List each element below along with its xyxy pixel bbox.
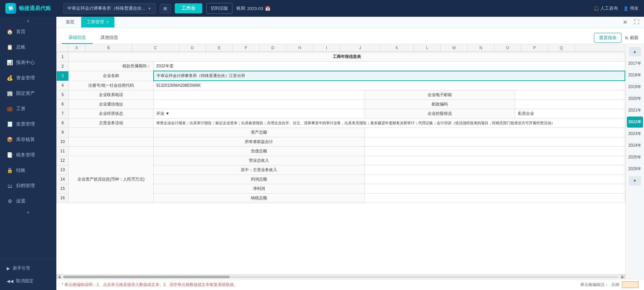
sidebar-label-finance: 资金管理 [16,75,35,81]
refresh-button[interactable]: ↻ 刷新 [625,35,639,41]
footer-right: 单元格编辑过： 示例 [580,281,639,288]
tab-business[interactable]: 工商管理 ✕ [81,17,114,27]
calendar-icon[interactable]: 📅 [265,6,270,11]
table-row: 4 注册号/统一社会信用代码 91320100MA208E5W6K [57,81,625,90]
business-value-cell[interactable]: 审查企业会计报表；出具审计报告；验证企业资本；出具验资报告；办理企业合开、分立、… [154,118,625,128]
reg-value-cell[interactable]: 91320100MA208E5W6K [154,81,625,90]
sidebar-item-settings[interactable]: ⚙ 设置 [0,194,56,209]
year-2025[interactable]: 2025年 [627,152,643,163]
sidebar-item-invoice[interactable]: 🧾 发票管理 [0,117,56,132]
year-2020[interactable]: 2020年 [627,93,643,104]
status-value-cell[interactable]: 开业 ▼ [154,109,365,118]
salary-icon: 💼 [7,106,13,112]
logo-area: 畅 畅捷通易代账 [5,3,59,14]
liabilities-group-label [69,146,154,156]
tab-home-label: 首页 [66,19,74,25]
sidebar-label-assets: 固定资产 [16,90,35,96]
sub-tab-basic[interactable]: 基础信息 [62,32,93,44]
row-num-12: 12 [57,156,69,165]
tax-icon: 📑 [7,152,13,158]
postal-value-cell[interactable] [515,99,625,109]
user-area[interactable]: 👤 用友 [623,5,639,11]
row-num-7: 7 [57,109,69,118]
year-scroll-up[interactable]: ▲ [629,47,641,56]
sidebar-item-home[interactable]: 🏠 首页 [0,24,56,40]
total-assets-value[interactable] [365,128,625,137]
year-2019[interactable]: 2019年 [627,81,643,92]
assets-icon: 🏢 [7,90,13,96]
col-header-l: L [414,44,441,52]
sidebar-item-finance[interactable]: 💰 资金管理 [0,70,56,86]
sidebar-new-guide[interactable]: ▶ 新手引导 [0,262,56,275]
col-header-b: B [85,44,132,52]
total-profit-value[interactable] [365,174,625,184]
col-header-h: H [286,44,313,52]
horizontal-scrollbar[interactable]: ◀ ▶ [56,274,625,279]
main-revenue-value[interactable] [365,165,625,174]
main-revenue-label: 其中：主营业务收入 [154,165,365,174]
tab-home[interactable]: 首页 [60,17,80,27]
year-2024[interactable]: 2024年 [627,140,643,151]
scroll-thumb[interactable] [63,276,230,278]
year-2018[interactable]: 2018年 [627,70,643,81]
email-value-cell[interactable] [515,90,625,99]
total-tax-value[interactable] [365,193,625,203]
workbench-button[interactable]: 工作台 [175,3,202,13]
total-revenue-value[interactable] [365,156,625,165]
header-right: 🎧 人工咨询 👤 用友 [594,5,639,11]
switch-version-button[interactable]: 切到旧版 [206,3,232,14]
col-header-c: C [132,44,179,52]
year-scroll-down[interactable]: ▼ [629,176,641,186]
total-equity-value[interactable] [365,137,625,146]
sidebar-item-ledger[interactable]: 📋 总账 [0,40,56,55]
net-profit-value[interactable] [365,184,625,193]
inventory-icon: 📦 [7,137,13,143]
year-2022[interactable]: 2022年 [627,117,643,128]
postal-label-cell: 邮政编码 [365,99,515,109]
sidebar-label-settings: 设置 [16,198,25,204]
tab-close-icon[interactable]: ✕ [106,20,109,24]
sidebar-item-reports[interactable]: 📊 报表中心 [0,55,56,70]
year-2017[interactable]: 2017年 [627,58,643,69]
close-panel-button[interactable]: ✕ [621,18,629,26]
sidebar-scroll-down[interactable]: ▼ [0,209,56,216]
scroll-left-arrow[interactable]: ◀ [56,275,62,279]
sidebar-item-salary[interactable]: 💼 工资 [0,101,56,117]
maximize-panel-button[interactable]: ⛶ [632,18,641,26]
company-icon-button[interactable]: ⊞ [160,4,171,13]
company-dropdown-icon: ▼ [148,7,151,10]
finance-icon: 💰 [7,75,13,81]
year-2026[interactable]: 2026年 [627,163,643,174]
company-selector[interactable]: 中审众环会计师事务所（特殊普通合伙... ▼ [63,3,156,14]
sidebar-scroll-up[interactable]: ▲ [0,17,56,24]
total-revenue-label: 营业总收入 [154,156,365,165]
business-label-cell: 主营业务活动 [69,118,154,128]
app-title: 畅捷通易代账 [19,5,51,12]
total-liabilities-label: 负债总额 [154,146,365,156]
sub-tab-other[interactable]: 其他信息 [94,32,125,44]
equity-value-cell[interactable]: 私营企业 [515,109,625,118]
year-2023[interactable]: 2023年 [627,128,643,139]
total-liabilities-value[interactable] [365,146,625,156]
home-icon: 🏠 [7,29,13,35]
company-value-cell[interactable]: 中审众环会计师事务所（特殊普通合伙）江苏分所 [154,71,625,81]
title-cell[interactable]: 工商年报信息表 [69,52,625,62]
scroll-right-arrow[interactable]: ▶ [620,275,625,279]
user-label: 用友 [630,5,639,11]
period-value-cell[interactable]: 2022年度 [154,62,625,71]
year-2021[interactable]: 2021年 [627,105,643,116]
sidebar-item-closing[interactable]: 🔒 结账 [0,163,56,178]
sidebar-unpin[interactable]: ◀◀ 取消固定 [0,275,56,287]
footer-note: * 单元格编辑说明：1、点击单元格直接录入数值或文本。2、清空单元格数值或文本恢… [62,282,238,288]
scroll-track[interactable] [63,276,619,278]
sidebar-item-inventory[interactable]: 📦 库存核算 [0,132,56,147]
phone-value-cell[interactable] [154,90,365,99]
table-body: 1 工商年报信息表 2 税款所属期间： 2022年度 3 [56,52,625,274]
sidebar-item-archive[interactable]: 🗂 归档管理 [0,178,56,194]
reset-button[interactable]: 重置报表 [594,33,622,43]
sidebar-item-assets[interactable]: 🏢 固定资产 [0,86,56,101]
sidebar-item-tax[interactable]: 📑 税务管理 [0,147,56,163]
address-value-cell[interactable] [154,99,365,109]
total-profit-label: 利润总额 [154,174,365,184]
service-button[interactable]: 🎧 人工咨询 [594,5,618,11]
